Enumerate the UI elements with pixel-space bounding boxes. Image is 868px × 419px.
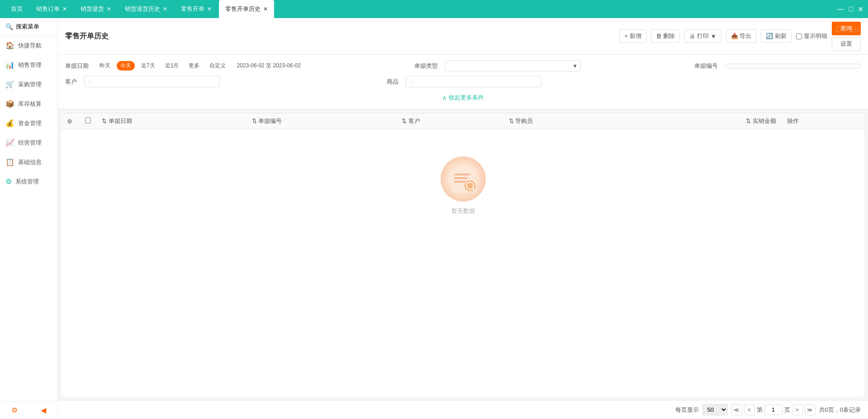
sidebar-bottom: ⚙ ◀ xyxy=(0,401,57,419)
date-opt-近1月[interactable]: 近1月 xyxy=(161,61,183,71)
pagination-nav: ≪ < 第 页 > ≫ xyxy=(731,405,816,415)
sidebar-item-采购管理[interactable]: 🛒采购管理 xyxy=(0,75,57,94)
delete-button-label: 🗑 删除 xyxy=(656,32,675,40)
tab-零售开单[interactable]: 零售开单✕ xyxy=(175,0,218,18)
col-docno-label: ⇅ 单据编号 xyxy=(252,118,282,124)
sidebar-item-label: 资金管理 xyxy=(18,119,42,127)
print-button[interactable]: 🖨 打印 ▼ xyxy=(684,29,721,43)
col-date-label: ⇅ 单据日期 xyxy=(102,118,132,124)
svg-rect-3 xyxy=(454,177,468,179)
sidebar-item-经营管理[interactable]: 📈经营管理 xyxy=(0,133,57,152)
export-button[interactable]: 📤 导出 xyxy=(726,29,757,43)
collapse-icon: ∧ xyxy=(442,94,447,101)
sidebar-item-label: 基础信息 xyxy=(18,158,42,166)
sidebar-item-label: 经营管理 xyxy=(18,139,42,147)
doc-type-select[interactable]: ▾ xyxy=(445,60,581,71)
date-opt-昨天[interactable]: 昨天 xyxy=(96,61,114,71)
tab-首页[interactable]: 首页 xyxy=(5,0,29,18)
window-maximize-icon[interactable]: □ xyxy=(849,5,853,13)
goods-input[interactable]: ··· xyxy=(406,76,541,87)
sidebar-collapse-icon[interactable]: ◀ xyxy=(41,406,46,414)
next-page-button[interactable]: > xyxy=(792,405,803,415)
prev-page-button[interactable]: < xyxy=(744,405,755,415)
collapse-more[interactable]: ∧ 收起更多条件 xyxy=(65,92,861,104)
sidebar-item-销售管理[interactable]: 📊销售管理 xyxy=(0,55,57,75)
query-button[interactable]: 查询 xyxy=(832,22,861,35)
customer-input[interactable]: ··· xyxy=(84,76,220,87)
toolbar-actions: + 新增 🗑 删除 🖨 打印 ▼ 📤 导出 🔄 刷新 显示明细 xyxy=(619,22,861,51)
refresh-button[interactable]: 🔄 刷新 xyxy=(761,29,792,43)
window-minimize-icon[interactable]: — xyxy=(837,5,844,13)
sidebar-search[interactable]: 🔍 搜索菜单 xyxy=(0,18,57,36)
display-detail-checkbox[interactable]: 显示明细 xyxy=(796,32,827,40)
date-range-text: 2023-06-02 至 2023-06-02 xyxy=(237,62,300,70)
main-layout: 🔍 搜索菜单 🏠快捷导航📊销售管理🛒采购管理📦库存核算💰资金管理📈经营管理📋基础… xyxy=(0,18,868,419)
filter-area: 单据日期 昨天今天近7天近1月更多自定义 2023-06-02 至 2023-0… xyxy=(58,55,868,109)
table-check-col[interactable] xyxy=(80,113,96,129)
col-action-label: 操作 xyxy=(787,118,799,124)
col-date[interactable]: ⇅ 单据日期 xyxy=(96,113,247,129)
svg-rect-4 xyxy=(454,181,465,183)
date-opt-更多[interactable]: 更多 xyxy=(185,61,203,71)
empty-illustration xyxy=(445,161,481,197)
data-table: ⚙ ⇅ 单据日期 ⇅ 单据编号 ⇅ 客户 ⇅ 导购员 ⇅ 实销金额 操作 xyxy=(62,113,864,129)
settings-button-label: 设置 xyxy=(840,40,852,47)
sidebar-item-快捷导航[interactable]: 🏠快捷导航 xyxy=(0,36,57,55)
print-arrow-icon: ▼ xyxy=(711,33,716,40)
last-page-button[interactable]: ≫ xyxy=(805,405,816,415)
sidebar-item-库存核算[interactable]: 📦库存核算 xyxy=(0,94,57,113)
doc-type-arrow: ▾ xyxy=(574,62,577,69)
col-docno[interactable]: ⇅ 单据编号 xyxy=(247,113,397,129)
tab-close-icon[interactable]: ✕ xyxy=(62,6,67,12)
sidebar-item-系统管理[interactable]: ⚙系统管理 xyxy=(0,172,57,191)
per-page-select[interactable]: 50 10 20 100 xyxy=(702,404,728,415)
date-opt-今天[interactable]: 今天 xyxy=(117,61,135,71)
date-opt-自定义[interactable]: 自定义 xyxy=(206,61,229,71)
sidebar-item-资金管理[interactable]: 💰资金管理 xyxy=(0,113,57,133)
sidebar-item-icon: 🛒 xyxy=(5,80,14,89)
page-number-input[interactable] xyxy=(764,405,783,415)
toolbar: 零售开单历史 + 新增 🗑 删除 🖨 打印 ▼ 📤 导出 🔄 刷新 xyxy=(58,18,868,55)
select-all-checkbox[interactable] xyxy=(85,118,91,123)
refresh-button-label: 🔄 刷新 xyxy=(766,32,787,40)
tab-销售订单[interactable]: 销售订单✕ xyxy=(30,0,73,18)
content-area: 零售开单历史 + 新增 🗑 删除 🖨 打印 ▼ 📤 导出 🔄 刷新 xyxy=(58,18,868,419)
sidebar-item-label: 采购管理 xyxy=(18,80,42,89)
tab-close-icon[interactable]: ✕ xyxy=(207,6,212,12)
delete-button[interactable]: 🗑 删除 xyxy=(651,29,680,43)
page-prefix-label: 第 xyxy=(757,406,763,414)
sidebar-item-label: 快捷导航 xyxy=(18,42,42,50)
tab-close-icon[interactable]: ✕ xyxy=(263,6,268,12)
add-button-label: + 新增 xyxy=(624,32,641,40)
settings-button[interactable]: 设置 xyxy=(832,37,861,51)
top-bar: 首页销售订单✕销货退货✕销货退货历史✕零售开单✕零售开单历史✕ — □ ✕ xyxy=(0,0,868,18)
col-customer[interactable]: ⇅ 客户 xyxy=(396,113,503,129)
date-opt-近7天[interactable]: 近7天 xyxy=(138,61,159,71)
add-button[interactable]: + 新增 xyxy=(619,29,646,43)
sidebar-search-label: 搜索菜单 xyxy=(16,23,39,31)
tab-零售开单历史[interactable]: 零售开单历史✕ xyxy=(219,0,274,18)
customer-label: 客户 xyxy=(65,78,77,86)
first-page-button[interactable]: ≪ xyxy=(731,405,742,415)
table-area: ⚙ ⇅ 单据日期 ⇅ 单据编号 ⇅ 客户 ⇅ 导购员 ⇅ 实销金额 操作 xyxy=(62,113,864,396)
tab-close-icon[interactable]: ✕ xyxy=(107,6,111,12)
pagination: 每页显示 50 10 20 100 ≪ < 第 页 > ≫ 共0页，0条记录 xyxy=(58,400,868,419)
date-filter-label: 单据日期 xyxy=(65,62,89,70)
sidebar-item-icon: 📦 xyxy=(5,99,14,108)
sidebar-item-icon: ⚙ xyxy=(5,177,12,186)
col-salesperson-label: ⇅ 导购员 xyxy=(509,118,533,124)
print-button-label: 🖨 打印 xyxy=(689,32,709,40)
window-close-icon[interactable]: ✕ xyxy=(858,5,863,14)
table-settings-col[interactable]: ⚙ xyxy=(62,113,80,129)
col-amount[interactable]: ⇅ 实销金额 xyxy=(632,113,782,129)
col-salesperson[interactable]: ⇅ 导购员 xyxy=(503,113,632,129)
sidebar-settings-icon[interactable]: ⚙ xyxy=(11,406,18,414)
doc-no-input[interactable] xyxy=(725,64,861,68)
sidebar-item-基础信息[interactable]: 📋基础信息 xyxy=(0,152,57,172)
tab-close-icon[interactable]: ✕ xyxy=(163,6,167,12)
tab-销货退货历史[interactable]: 销货退货历史✕ xyxy=(119,0,174,18)
display-detail-input[interactable] xyxy=(796,33,802,39)
sidebar-item-icon: 📋 xyxy=(5,158,14,166)
tab-销货退货[interactable]: 销货退货✕ xyxy=(74,0,118,18)
window-controls: — □ ✕ xyxy=(837,5,863,14)
